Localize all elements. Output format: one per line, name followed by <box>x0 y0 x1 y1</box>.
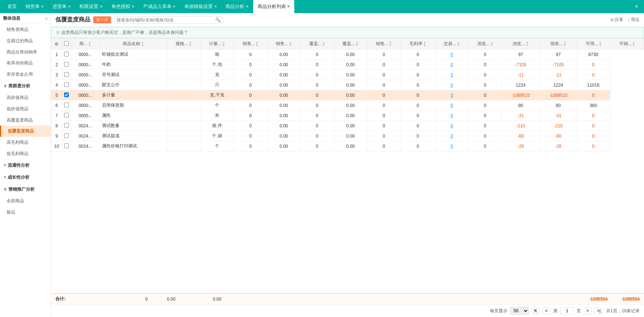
nav-roles[interactable]: 角色授权 × <box>107 0 139 13</box>
sidebar-item-sales-goods[interactable]: 销售类商品 <box>0 24 51 35</box>
nav-sales[interactable]: 销货单 × <box>21 0 48 13</box>
cell-check[interactable] <box>62 121 71 131</box>
row-checkbox[interactable] <box>64 103 69 107</box>
nav-product-analysis[interactable]: 商品分析 × <box>221 0 253 13</box>
th-name[interactable]: 商品名称▲▼ <box>100 39 167 49</box>
sidebar-item-stock-capital[interactable]: 库存资金占用 <box>0 69 51 80</box>
sidebar-item-low-margin[interactable]: 低毛利商品 <box>0 148 51 159</box>
row-checkbox[interactable] <box>64 143 69 148</box>
table-row[interactable]: 1 0000... 旺铺批次测试 箱 0 0.00 0 0.00 0 0 0 0… <box>51 49 644 60</box>
cell-link[interactable]: 0 <box>435 131 469 141</box>
table-row[interactable]: 4 0000... 眼宝公仔 只 0 0.00 0 0.00 0 0 0 0 1… <box>51 80 644 90</box>
cell-check[interactable] <box>62 49 71 60</box>
th-spec[interactable]: 规格...▲▼ <box>167 39 201 49</box>
table-row[interactable]: 3 0000... 符号测试 克 0 0.00 0 0.00 0 0 0 0 -… <box>51 70 644 80</box>
search-input[interactable] <box>117 17 215 23</box>
sidebar-item-all-goods[interactable]: 全部商品 <box>0 195 51 207</box>
cell-s9: -7105 <box>502 60 539 70</box>
th-sales1[interactable]: 销售...▲▼ <box>234 39 267 49</box>
table-row[interactable]: 5 0000... 多计量 克,千克 0 0.00 0 0.00 0 0 0 0… <box>51 90 644 100</box>
sidebar-group-circulation[interactable]: > 流通性分析 <box>0 159 51 171</box>
table-row[interactable]: 10 0024... 属性价格打印测试 个 0 0.00 0 0.00 0 0 … <box>51 141 644 151</box>
row-checkbox[interactable] <box>64 62 69 67</box>
row-checkbox[interactable] <box>64 52 69 56</box>
sidebar-item-high-value[interactable]: 高价值商品 <box>0 92 51 103</box>
th-browse1[interactable]: 浏览...▲▼ <box>468 39 502 49</box>
search-icon[interactable]: 🔍 <box>215 17 221 23</box>
cell-link[interactable]: 0 <box>435 70 469 80</box>
cell-check[interactable] <box>62 111 71 121</box>
row-checkbox[interactable] <box>64 72 69 77</box>
per-page-select[interactable]: 50 20 100 200 <box>510 307 529 315</box>
sidebar-collapse-icon[interactable]: « <box>45 16 48 21</box>
th-sellable-stock[interactable]: 可销...▲▼ <box>610 39 644 49</box>
cell-check[interactable] <box>62 90 71 100</box>
cell-check[interactable] <box>62 100 71 111</box>
cell-check[interactable] <box>62 80 71 90</box>
sidebar-group-growth[interactable]: > 成长性分析 <box>0 171 51 183</box>
cell-link[interactable]: 0 <box>435 111 469 121</box>
th-coverage1[interactable]: 覆盖...▲▼ <box>301 39 334 49</box>
th-available-stock[interactable]: 可用...▲▼ <box>577 39 610 49</box>
close-button[interactable]: × <box>632 3 641 10</box>
cell-check[interactable] <box>62 70 71 80</box>
cell-link[interactable]: 0 <box>435 141 469 151</box>
th-current-stock[interactable]: 现有...▲▼ <box>539 39 577 49</box>
cell-link[interactable]: 0 <box>435 121 469 131</box>
cell-link[interactable]: 0 <box>435 60 469 70</box>
export-button[interactable]: ↑ 导出 <box>628 17 640 23</box>
th-sales3[interactable]: 销售...▲▼ <box>367 39 401 49</box>
sidebar-item-traded-goods[interactable]: 交易过的商品 <box>0 35 51 47</box>
nav-product-analysis-list[interactable]: 商品分析列表 × <box>253 0 294 13</box>
th-code[interactable]: 商...▲▼ <box>71 39 100 49</box>
table-row[interactable]: 2 0000... 牛奶 个,包 0 0.00 0 0.00 0 0 0 0 -… <box>51 60 644 70</box>
row-checkbox[interactable] <box>64 133 69 138</box>
th-sales2[interactable]: 销售...▲▼ <box>267 39 301 49</box>
sidebar-item-category-rate[interactable]: 商品分类动销率 <box>0 47 51 58</box>
sidebar-item-new-goods[interactable]: 新品 <box>0 207 51 218</box>
cell-check[interactable] <box>62 60 71 70</box>
sidebar-item-stock-goods[interactable]: 有库存的商品 <box>0 58 51 69</box>
row-checkbox[interactable] <box>64 92 69 97</box>
share-button[interactable]: ⎘ 分享 <box>611 17 623 23</box>
select-all-checkbox[interactable] <box>64 41 69 46</box>
prev-page-button[interactable]: < <box>543 307 550 314</box>
row-checkbox[interactable] <box>64 123 69 128</box>
page-input[interactable] <box>561 307 574 314</box>
cell-link[interactable]: 0 <box>435 100 469 111</box>
table-row[interactable]: 9 0024... 测试提成 个,袋 0 0.00 0 0.00 0 0 0 0… <box>51 131 644 141</box>
nav-home[interactable]: 首页 <box>3 0 21 13</box>
row-checkbox[interactable] <box>64 113 69 118</box>
th-browse2[interactable]: 浏览...▲▼ <box>502 39 539 49</box>
th-settings[interactable]: ⚙ <box>51 39 62 49</box>
th-margin[interactable]: 毛利率▲▼ <box>401 39 435 49</box>
last-page-button[interactable]: >| <box>594 307 603 314</box>
nav-template-settings[interactable]: 单据模板设置 × <box>180 0 221 13</box>
search-box[interactable]: 🔍 <box>114 16 223 24</box>
sidebar-item-low-coverage[interactable]: 低覆盖度商品 <box>0 126 51 137</box>
nav-purchase[interactable]: 进货单 × <box>48 0 75 13</box>
sidebar-group-cluster[interactable]: ∨ 类群度分析 <box>0 80 51 92</box>
sidebar-item-low-value[interactable]: 低价值商品 <box>0 103 51 115</box>
th-unit[interactable]: 计量...▲▼ <box>200 39 234 49</box>
th-coverage2[interactable]: 覆盖...▲▼ <box>334 39 367 49</box>
first-page-button[interactable]: K <box>532 307 540 314</box>
table-row[interactable]: 7 0000... 属性 米 0 0.00 0 0.00 0 0 0 0 -31… <box>51 111 644 121</box>
cell-check[interactable] <box>62 131 71 141</box>
cell-link[interactable]: 0 <box>435 49 469 60</box>
cell-check[interactable] <box>62 141 71 151</box>
table-row[interactable]: 6 0000... 启用保质期 个 0 0.00 0 0.00 0 0 0 0 … <box>51 100 644 111</box>
sidebar-item-high-coverage[interactable]: 高覆盖度商品 <box>0 115 51 126</box>
row-checkbox[interactable] <box>64 82 69 87</box>
period-button[interactable]: 近一月 <box>93 16 111 23</box>
nav-product-warehouse[interactable]: 产成品入库单 × <box>139 0 180 13</box>
table-row[interactable]: 8 0024... 测试数量 袋,件 0 0.00 0 0.00 0 0 0 0… <box>51 121 644 131</box>
th-check[interactable] <box>62 39 71 49</box>
nav-permissions[interactable]: 权限设置 × <box>75 0 107 13</box>
sidebar-group-marketing[interactable]: ∨ 营销推广分析 <box>0 183 51 195</box>
cell-link[interactable]: 0 <box>435 80 469 90</box>
th-trade[interactable]: 交易...▲▼ <box>435 39 469 49</box>
cell-link[interactable]: 0 <box>435 90 469 100</box>
sidebar-item-high-margin[interactable]: 高毛利商品 <box>0 137 51 148</box>
next-page-button[interactable]: > <box>584 307 592 314</box>
